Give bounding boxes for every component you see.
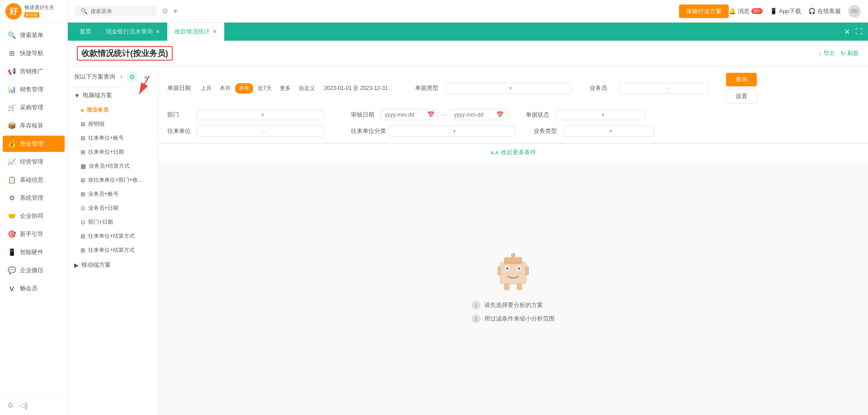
tab-close-all[interactable]: ✕ <box>844 28 850 36</box>
partner-settlement2-icon: ⊞ <box>80 247 85 254</box>
tab-bank-close[interactable]: ✕ <box>156 28 160 35</box>
panel-item-partner-date[interactable]: ⊞ 往来单位+日期 <box>68 145 158 159</box>
svg-point-2 <box>511 253 515 258</box>
download-icon: 📱 <box>770 8 777 14</box>
audit-end-field[interactable] <box>454 112 495 118</box>
doc-type-select[interactable]: ▾ <box>445 83 571 94</box>
audit-start-input[interactable]: 📅 <box>381 109 439 120</box>
mobile-section-header[interactable]: ▶ 移动端方案 <box>68 257 158 273</box>
panel-item-salesperson-date[interactable]: ⊙ 业务员+日期 <box>68 201 158 215</box>
audit-start-field[interactable] <box>385 112 425 118</box>
sidebar-item-business[interactable]: 📈 经营管理 <box>0 153 67 171</box>
export-button[interactable]: ↑ 导出 <box>819 49 835 57</box>
dept-filter: 部门 ▾ <box>167 109 324 120</box>
svg-point-6 <box>518 267 520 270</box>
tab-receipts[interactable]: 收款情况统计 ✕ <box>167 23 224 41</box>
sidebar-item-enterprise[interactable]: 🤝 企业协同 <box>0 207 67 225</box>
search-icon: 🔍 <box>80 8 88 14</box>
tab-maximize[interactable]: ⛶ <box>855 28 863 36</box>
empty-illustration <box>491 248 536 293</box>
date-tab-this-month[interactable]: 本月 <box>216 83 234 94</box>
refresh-icon: ↻ <box>840 50 845 57</box>
filter-area: 单据日期 上月 本月 本年 近7天 更多 自定义 2023-01-01 至 20… <box>158 66 868 143</box>
audit-date-filter: 审核日期 📅 — 📅 <box>351 109 508 120</box>
calendar-end-icon: 📅 <box>496 111 504 118</box>
partner-category-select[interactable]: ▾ <box>389 126 515 137</box>
panel-item-by-salesperson[interactable]: ● 按业务员 <box>68 103 158 117</box>
logo-icon: 好 <box>5 3 22 19</box>
date-tab-last-month[interactable]: 上月 <box>197 83 215 94</box>
active-item-icon: ● <box>80 107 84 113</box>
sidebar-item-basic[interactable]: 📋 基础信息 <box>0 171 67 189</box>
panel-item-by-detail[interactable]: ⊞ 按明细 <box>68 117 158 131</box>
sidebar-item-sales[interactable]: 📊 销售管理 <box>0 80 67 99</box>
date-filter-field: 单据日期 上月 本月 本年 近7天 更多 自定义 2023-01-01 至 20… <box>167 83 388 94</box>
panel-add-btn[interactable]: + <box>119 73 123 81</box>
tab-home[interactable]: 首页 <box>72 23 99 41</box>
trend-icon: 📈 <box>7 157 16 166</box>
panel-item-partner-dept[interactable]: ⊞ 按往来单位+部门+收... <box>68 173 158 187</box>
desktop-section-header[interactable]: ▼ 电脑端方案 <box>68 88 158 103</box>
panel-settings-btn[interactable]: ⚙ <box>126 71 138 83</box>
tab-bank-flow[interactable]: 现金银行流水查询 ✕ <box>99 23 167 41</box>
collapse-footer-icon[interactable]: ◁‖ <box>19 401 28 410</box>
user-avatar[interactable]: Rit <box>848 5 861 18</box>
sidebar-item-system[interactable]: ⚙ 系统管理 <box>0 189 67 207</box>
panel-item-partner-settlement2[interactable]: ⊞ 往来单位+结算方式 <box>68 243 158 257</box>
empty-state: 1 请先选择要分析的方案 2 用过滤条件来缩小分析范围 <box>158 161 868 415</box>
top-header: 🔍 ⚙ ▾ 体验行业方案 🔔 消息 99+ 📱 App下载 <box>68 0 868 23</box>
header-search-box[interactable]: 🔍 <box>75 6 156 16</box>
sidebar-item-search[interactable]: 🔍 搜索菜单 <box>0 26 67 44</box>
trial-button[interactable]: 体验行业方案 <box>679 5 729 18</box>
left-panel: 按以下方案查询 + ⚙ « ▼ 电脑端方案 <box>68 66 158 415</box>
doc-status-select[interactable]: ▾ <box>556 109 646 120</box>
sidebar-item-quick-nav[interactable]: ⊞ 快捷导航 <box>0 44 67 62</box>
export-icon: ↑ <box>819 50 822 57</box>
calendar-icon: 📅 <box>427 111 434 118</box>
salesperson-select[interactable]: ··· <box>619 83 710 94</box>
header-left: 🔍 ⚙ ▾ <box>75 6 177 16</box>
date-tab-7days[interactable]: 近7天 <box>254 83 275 94</box>
setup-button[interactable]: 设置 <box>726 89 757 104</box>
dept-select[interactable]: ▾ <box>197 109 324 120</box>
refresh-button[interactable]: ↻ 刷新 <box>840 49 859 57</box>
settings-icon[interactable]: ⚙ <box>162 7 168 15</box>
panel-item-dept-date[interactable]: ⊙ 部门+日期 <box>68 215 158 229</box>
settings-footer-icon[interactable]: ⚙ <box>7 401 14 410</box>
audit-end-input[interactable]: 📅 <box>450 109 508 120</box>
tab-receipts-close[interactable]: ✕ <box>212 28 217 35</box>
sidebar-item-finance[interactable]: 💰 资金管理 <box>3 136 65 152</box>
panel-item-salesperson-account[interactable]: ⊞ 业务员+账号 <box>68 187 158 201</box>
panel-item-partner-settlement1[interactable]: ⊞ 往来单位+结算方式 <box>68 229 158 243</box>
app-download-btn[interactable]: 📱 App下载 <box>770 7 801 15</box>
right-content: 单据日期 上月 本月 本年 近7天 更多 自定义 2023-01-01 至 20… <box>158 66 868 415</box>
sidebar-item-hardware[interactable]: 📱 智能硬件 <box>0 243 67 261</box>
search-input[interactable] <box>90 8 154 14</box>
sidebar-item-guide[interactable]: 🎯 新手引导 <box>0 225 67 243</box>
sidebar-item-purchase[interactable]: 🛒 采购管理 <box>0 99 67 117</box>
date-tab-more[interactable]: 更多 <box>276 83 294 94</box>
dropdown-icon[interactable]: ▾ <box>174 7 177 15</box>
sidebar-item-member[interactable]: V 畅会员 <box>0 279 67 297</box>
partner-select[interactable]: ··· <box>197 126 324 137</box>
svg-rect-8 <box>525 266 529 275</box>
business-type-select[interactable]: ▾ <box>563 126 654 137</box>
query-button[interactable]: 查询 <box>726 73 757 86</box>
panel-item-partner-account[interactable]: ⊞ 往来单位+账号 <box>68 131 158 145</box>
sidebar-item-marketing[interactable]: 📢 营销推广 <box>0 62 67 80</box>
salesperson-settlement-icon: ▦ <box>80 163 86 170</box>
online-service-btn[interactable]: 🎧 在线客服 <box>808 7 841 15</box>
sidebar-item-inventory[interactable]: 📦 库存核算 <box>0 117 67 135</box>
messages-btn[interactable]: 🔔 消息 99+ <box>729 7 763 15</box>
tab-bar-actions: ✕ ⛶ <box>844 28 868 36</box>
filter-row-3: 往来单位 ··· 往来单位分类 ▾ <box>167 126 859 137</box>
salesperson-account-icon: ⊞ <box>80 191 85 198</box>
panel-collapse-btn[interactable]: « <box>141 71 151 82</box>
panel-item-salesperson-settlement[interactable]: ▦ 业务员+结算方式 <box>68 159 158 173</box>
partner-more[interactable]: ··· <box>261 128 319 134</box>
collapse-bar[interactable]: ∧∧ 收起更多条件 <box>158 143 868 161</box>
date-tab-custom[interactable]: 自定义 <box>295 83 319 94</box>
salesperson-more[interactable]: ··· <box>665 85 705 91</box>
sidebar-item-wechat[interactable]: 💬 企业微信 <box>0 261 67 279</box>
date-tab-this-year[interactable]: 本年 <box>235 83 253 94</box>
